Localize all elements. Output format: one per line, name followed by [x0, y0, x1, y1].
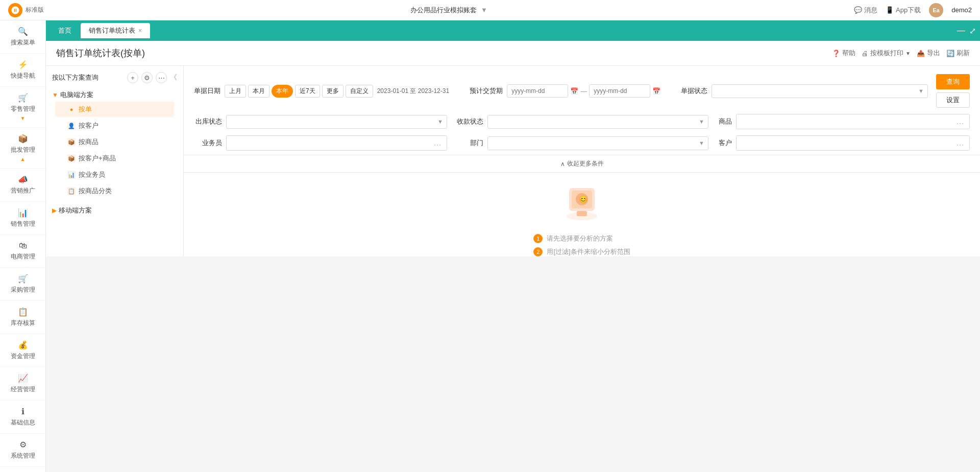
- company-dropdown-icon[interactable]: ▼: [481, 6, 487, 14]
- page-header: 销售订单统计表(按单) ❓ 帮助 🖨 按模板打印 ▼ 📤 导出: [46, 41, 980, 66]
- collapse-bar[interactable]: ∧ 收起更多条件: [184, 155, 980, 173]
- query-button[interactable]: 查询: [936, 74, 970, 89]
- refresh-button[interactable]: 🔄 刷新: [946, 49, 970, 58]
- message-button[interactable]: 💬 消息: [854, 6, 877, 15]
- sidebar-item-marketing[interactable]: 📣 营销推广: [0, 169, 45, 202]
- collapse-label: 收起更多条件: [567, 159, 604, 168]
- calendar-to-icon[interactable]: 📅: [652, 87, 660, 95]
- query-scheme-panel: 按以下方案查询 + ⚙ ⋯ 《: [46, 66, 184, 256]
- salesman-input[interactable]: …: [226, 135, 447, 151]
- sidebar-item-basicinfo[interactable]: ℹ 基础信息: [0, 400, 45, 434]
- scheme-item-by-order[interactable]: ● 按单: [55, 102, 174, 117]
- help-button[interactable]: ❓ 帮助: [832, 49, 855, 58]
- sidebar-item-search[interactable]: 🔍 搜索菜单: [0, 20, 45, 54]
- date-btn-7days[interactable]: 近7天: [295, 85, 320, 98]
- shipment-status-select[interactable]: [226, 115, 447, 129]
- retail-icon: 🛒: [18, 93, 28, 103]
- sidebar-item-system[interactable]: ⚙ 系统管理: [0, 434, 45, 467]
- topbar-left: 标准版: [8, 3, 44, 17]
- scheme-expand-icon: ▼: [52, 91, 58, 99]
- calendar-from-icon[interactable]: 📅: [570, 87, 578, 95]
- collection-status-select[interactable]: [487, 115, 708, 129]
- logo-text: 标准版: [26, 6, 44, 14]
- date-label: 单据日期: [194, 86, 220, 96]
- scheme-item-by-goods-cat[interactable]: 📋 按商品分类: [55, 183, 174, 199]
- topbar-right: 💬 消息 📱 App下载 Ea demo2: [854, 3, 972, 17]
- department-wrapper: ▼: [487, 136, 708, 150]
- scheme-mobile-expand-icon: ▶: [52, 207, 57, 214]
- goods-input[interactable]: …: [736, 114, 970, 129]
- empty-tip-1: 1 请先选择要分析的方案: [533, 234, 630, 243]
- filter-date-section: 单据日期 上月 本月 本年 近7天 更多 自定义: [194, 85, 373, 98]
- refresh-icon: 🔄: [946, 50, 954, 57]
- scheme-category-header-pc[interactable]: ▼ 电脑端方案: [52, 90, 177, 100]
- delivery-date-to[interactable]: [589, 84, 650, 98]
- sidebar-item-retail[interactable]: 🛒 零售管理 ▼: [0, 87, 45, 128]
- operation-icon: 📈: [18, 373, 28, 383]
- right-content: 单据日期 上月 本月 本年 近7天 更多 自定义: [184, 66, 980, 256]
- delivery-date-from[interactable]: [507, 84, 568, 98]
- filter-delivery-section: 预计交货期 📅 — 📅: [470, 84, 660, 98]
- sidebar-item-wholesale[interactable]: 📦 批发管理 ▲: [0, 128, 45, 169]
- sidebar-ecommerce-label: 电商管理: [11, 252, 35, 261]
- filter-status-section: 单据状态 ▼: [681, 84, 928, 98]
- sidebar-item-ecommerce[interactable]: 🛍 电商管理: [0, 235, 45, 268]
- scheme-edit-button[interactable]: ⚙: [141, 72, 153, 83]
- goods-more-icon[interactable]: …: [956, 117, 964, 126]
- department-select[interactable]: [487, 136, 708, 150]
- date-btn-this-month[interactable]: 本月: [248, 85, 270, 98]
- scheme-item-by-customer[interactable]: 👤 按客户: [55, 118, 174, 133]
- app-download-button[interactable]: 📱 App下载: [886, 6, 921, 15]
- date-btn-custom[interactable]: 自定义: [346, 85, 373, 98]
- scheme-collapse-button[interactable]: 《: [170, 73, 177, 82]
- scheme-item-icon-salesman: 📊: [67, 171, 76, 179]
- date-btn-last-month[interactable]: 上月: [225, 85, 246, 98]
- tab-home[interactable]: 首页: [50, 23, 80, 38]
- sidebar-item-operation[interactable]: 📈 经营管理: [0, 367, 45, 400]
- action-buttons: 查询 设置: [936, 74, 970, 108]
- tab-minimize-icon[interactable]: —: [957, 26, 965, 35]
- date-range-display: 2023-01-01 至 2023-12-31: [377, 87, 449, 96]
- tab-sales-order[interactable]: 销售订单统计表 ×: [81, 23, 150, 38]
- collection-status-section: 收款状态 ▼: [455, 114, 708, 129]
- scheme-mobile-label: 移动端方案: [59, 206, 92, 215]
- wholesale-expand-icon: ▲: [20, 156, 26, 162]
- tab-close-icon[interactable]: ×: [138, 27, 142, 34]
- scheme-item-label-cg: 按客户+商品: [79, 154, 116, 163]
- sidebar-item-collab[interactable]: 🤝 企业协同: [0, 467, 45, 472]
- department-label: 部门: [455, 138, 483, 148]
- scheme-category-header-mobile[interactable]: ▶ 移动端方案: [52, 206, 177, 215]
- date-btn-more[interactable]: 更多: [322, 85, 344, 98]
- settings-button[interactable]: 设置: [936, 92, 970, 108]
- tip1-text: 请先选择要分析的方案: [547, 234, 613, 243]
- message-label: 消息: [864, 6, 877, 15]
- salesman-more-icon[interactable]: …: [433, 138, 442, 148]
- sidebar-item-finance[interactable]: 💰 资金管理: [0, 334, 45, 367]
- print-button[interactable]: 🖨 按模板打印 ▼: [862, 49, 911, 58]
- sidebar-item-inventory[interactable]: 📋 库存核算: [0, 301, 45, 334]
- scheme-add-button[interactable]: +: [127, 72, 138, 83]
- print-label: 按模板打印: [870, 49, 903, 58]
- sidebar-item-quicknav[interactable]: ⚡ 快捷导航: [0, 54, 45, 87]
- avatar[interactable]: Ea: [929, 3, 943, 17]
- scheme-item-icon-goods: 📦: [67, 138, 76, 146]
- filter-row-1: 单据日期 上月 本月 本年 近7天 更多 自定义: [194, 74, 970, 108]
- scheme-item-by-customer-goods[interactable]: 📦 按客户+商品: [55, 151, 174, 166]
- basicinfo-icon: ℹ: [21, 407, 24, 416]
- tab-maximize-icon[interactable]: ⤢: [969, 26, 976, 36]
- customer-more-icon[interactable]: …: [956, 138, 964, 148]
- scheme-item-by-goods[interactable]: 📦 按商品: [55, 134, 174, 150]
- sidebar-item-sales[interactable]: 📊 销售管理: [0, 202, 45, 235]
- tip2-text: 用[过滤]条件来缩小分析范围: [547, 247, 630, 256]
- sidebar-item-purchase[interactable]: 🛒 采购管理: [0, 268, 45, 301]
- purchase-icon: 🛒: [18, 274, 28, 284]
- date-btn-this-year[interactable]: 本年: [272, 85, 293, 98]
- scheme-item-label-customer: 按客户: [79, 121, 99, 130]
- scheme-more-button[interactable]: ⋯: [156, 72, 167, 83]
- tab-sales-order-label: 销售订单统计表: [89, 26, 135, 35]
- scheme-item-by-salesman[interactable]: 📊 按业务员: [55, 167, 174, 182]
- export-button[interactable]: 📤 导出: [917, 49, 940, 58]
- sidebar-purchase-label: 采购管理: [11, 286, 35, 294]
- customer-input[interactable]: …: [736, 135, 970, 151]
- doc-status-select[interactable]: [712, 84, 928, 98]
